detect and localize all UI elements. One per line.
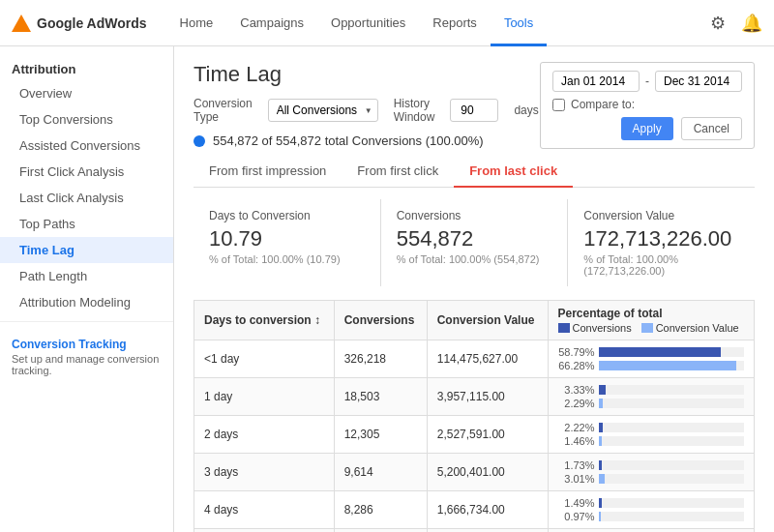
compare-checkbox[interactable] [552,99,565,111]
conversion-type-label: Conversion Type [194,97,253,124]
table-cell-percentage: 2.22% 1.46% [548,416,755,454]
tab-from-first-impression[interactable]: From first impression [194,156,342,188]
logo-text: Google AdWords [37,15,147,31]
table-header-3: Percentage of totalConversionsConversion… [548,301,755,340]
sidebar-section-title: Attribution [0,54,173,80]
table-header-0[interactable]: Days to conversion ↕ [194,301,335,340]
date-range-box: - Compare to: Apply Cancel [540,62,755,149]
conversion-type-select[interactable]: All Conversions [268,99,378,122]
metric-label: Conversion Value [583,209,739,222]
table-cell-value: 114,475,627.00 [427,340,548,378]
table-cell-conversions: 8,286 [334,491,427,529]
sidebar-item-top-conversions[interactable]: Top Conversions [0,106,173,133]
metric-value: 172,713,226.00 [583,226,739,251]
metric-box-conversion-value: Conversion Value 172,713,226.00 % of Tot… [568,199,755,286]
metric-value: 554,872 [397,226,552,251]
table-cell-day: 1 day [194,378,335,416]
logo: Google AdWords [12,15,147,32]
sidebar-item-assisted-conversions[interactable]: Assisted Conversions [0,133,173,159]
metric-value: 10.79 [209,226,365,251]
table-cell-day: 3 days [194,454,335,491]
table-cell-percentage: 3.33% 2.29% [548,378,755,416]
sidebar-item-attribution-modeling[interactable]: Attribution Modeling [0,289,173,315]
compare-label: Compare to: [571,98,635,111]
table-header-2: Conversion Value [427,301,548,340]
history-window-input[interactable] [450,99,498,122]
sidebar-item-top-paths[interactable]: Top Paths [0,211,173,237]
apply-button[interactable]: Apply [621,117,673,140]
top-nav: Google AdWords HomeCampaignsOpportunitie… [0,0,774,46]
metric-box-days-to-conversion: Days to Conversion 10.79 % of Total: 100… [194,199,381,286]
table-header-1: Conversions [334,301,427,340]
table-row: 5 days7,6101,399,509.00 1.37% 0.81% [194,529,755,533]
date-range-section: - Compare to: Apply Cancel [540,62,755,149]
sidebar-item-overview[interactable]: Overview [0,80,173,106]
settings-icon[interactable]: ⚙ [710,13,726,34]
table-cell-percentage: 1.37% 0.81% [548,529,755,533]
table-cell-value: 1,399,509.00 [427,529,548,533]
conversion-tracking-title[interactable]: Conversion Tracking [12,338,162,351]
table-cell-conversions: 326,218 [334,340,427,378]
metric-label: Days to Conversion [209,209,365,222]
metric-label: Conversions [397,209,552,222]
table-cell-day: <1 day [194,340,335,378]
cancel-button[interactable]: Cancel [681,117,742,140]
date-range-row: - [552,71,742,92]
metrics-row: Days to Conversion 10.79 % of Total: 100… [194,199,755,286]
nav-link-reports[interactable]: Reports [419,0,491,46]
table-cell-day: 5 days [194,529,335,533]
table-cell-conversions: 18,503 [334,378,427,416]
table-cell-value: 1,666,734.00 [427,491,548,529]
table-row: 1 day18,5033,957,115.00 3.33% 2.29% [194,378,755,416]
nav-link-campaigns[interactable]: Campaigns [226,0,317,46]
date-end-input[interactable] [655,71,742,92]
sidebar: Attribution OverviewTop ConversionsAssis… [0,46,174,532]
sidebar-item-last-click-analysis[interactable]: Last Click Analysis [0,185,173,211]
tab-from-last-click[interactable]: From last click [454,156,573,188]
history-window-unit: days [514,103,538,117]
nav-link-tools[interactable]: Tools [491,0,547,46]
sidebar-item-first-click-analysis[interactable]: First Click Analysis [0,159,173,185]
history-window-label: History Window [394,97,435,124]
main-layout: Attribution OverviewTop ConversionsAssis… [0,46,774,532]
tabs-row: From first impressionFrom first clickFro… [194,156,755,188]
notifications-icon[interactable]: 🔔 [741,13,762,34]
nav-links: HomeCampaignsOpportunitiesReportsTools [166,0,710,46]
filters-row: Conversion Type All Conversions History … [194,97,521,124]
table-cell-percentage: 1.49% 0.97% [548,491,755,529]
table-cell-day: 2 days [194,416,335,454]
conversion-tracking-desc: Set up and manage conversion tracking. [12,353,162,376]
metric-sub: % of Total: 100.00% (554,872) [397,253,552,265]
table-cell-conversions: 9,614 [334,454,427,491]
conversion-tracking: Conversion Tracking Set up and manage co… [0,328,173,386]
tab-from-first-click[interactable]: From first click [342,156,454,188]
summary-text: 554,872 of 554,872 total Conversions (10… [213,133,484,148]
table-cell-value: 3,957,115.00 [427,378,548,416]
content-area: - Compare to: Apply Cancel Time Lag Conv… [174,46,774,532]
table-cell-percentage: 58.79% 66.28% [548,340,755,378]
table-cell-day: 4 days [194,491,335,529]
sidebar-divider [0,321,173,322]
nav-link-opportunities[interactable]: Opportunities [317,0,419,46]
nav-icons: ⚙ 🔔 [710,13,762,34]
table-row: 2 days12,3052,527,591.00 2.22% 1.46% [194,416,755,454]
metric-sub: % of Total: 100.00% (172,713,226.00) [583,253,739,277]
compare-row: Compare to: [552,98,742,111]
date-start-input[interactable] [552,71,640,92]
sidebar-item-path-length[interactable]: Path Length [0,263,173,289]
summary-dot [194,135,205,147]
metric-sub: % of Total: 100.00% (10.79) [209,253,365,265]
table-row: <1 day326,218114,475,627.00 58.79% 66.28… [194,340,755,378]
nav-link-home[interactable]: Home [166,0,227,46]
summary-row: 554,872 of 554,872 total Conversions (10… [194,133,521,148]
table-cell-conversions: 7,610 [334,529,427,533]
conversion-type-select-wrapper: All Conversions [268,99,378,122]
sidebar-item-time-lag[interactable]: Time Lag [0,237,173,263]
table-cell-percentage: 1.73% 3.01% [548,454,755,491]
date-buttons: Apply Cancel [552,117,742,140]
table-row: 3 days9,6145,200,401.00 1.73% 3.01% [194,454,755,491]
table-cell-value: 2,527,591.00 [427,416,548,454]
table-cell-conversions: 12,305 [334,416,427,454]
table-cell-value: 5,200,401.00 [427,454,548,491]
logo-icon [12,15,31,32]
